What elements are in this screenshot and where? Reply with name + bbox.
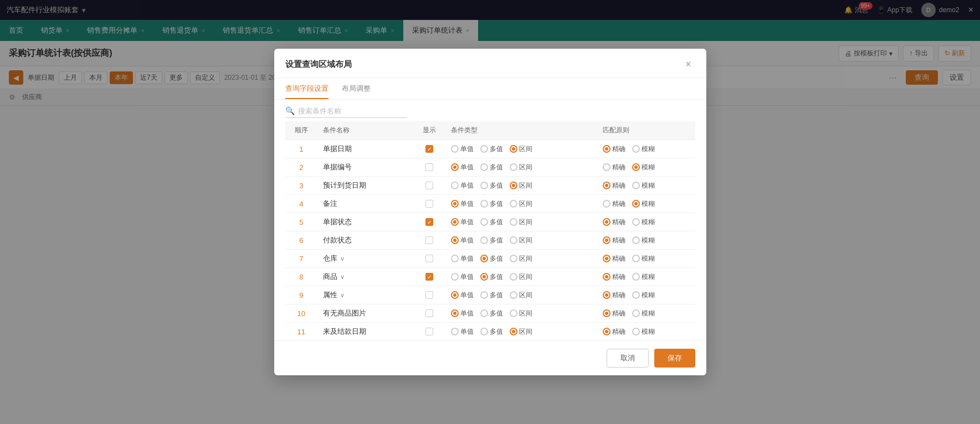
modal-header: 设置查询区域布局 ×: [274, 49, 706, 78]
modal-close-btn[interactable]: ×: [682, 58, 695, 71]
modal-title: 设置查询区域布局: [285, 59, 352, 70]
tab-field-settings[interactable]: 查询字段设置: [285, 78, 329, 99]
settings-modal: 设置查询区域布局 × 查询字段设置 布局调整 🔍 顺序: [274, 49, 706, 106]
modal-overlay: 设置查询区域布局 × 查询字段设置 布局调整 🔍 顺序: [0, 0, 980, 106]
modal-search-area: 🔍: [274, 100, 706, 106]
tab-layout-adjust[interactable]: 布局调整: [342, 78, 371, 99]
modal-tabs: 查询字段设置 布局调整: [274, 78, 706, 100]
